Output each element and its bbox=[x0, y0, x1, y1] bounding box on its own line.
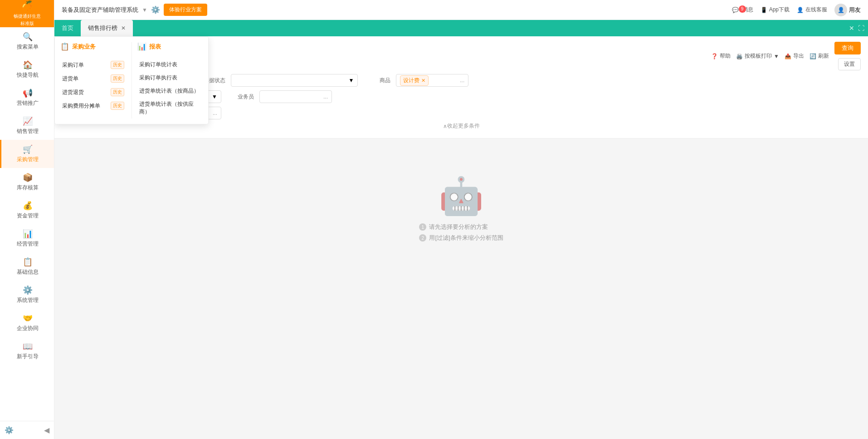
purchase-receipt-label: 进货单 bbox=[62, 75, 78, 83]
sidebar-item-system[interactable]: ⚙️ 系统管理 bbox=[0, 281, 54, 309]
topbar-right: 💬 9 消息 📱 App下载 👤 在线客服 👤 用友 bbox=[732, 4, 861, 16]
refresh-action[interactable]: 🔄 刷新 bbox=[809, 52, 829, 60]
purchase-section: 📋 采购业务 采购订单 历史 进货单 历史 进货退货 历史 bbox=[55, 42, 132, 118]
salesperson-more-icon[interactable]: ... bbox=[323, 94, 328, 100]
export-icon: 📤 bbox=[785, 53, 791, 59]
support-icon: 👤 bbox=[797, 7, 804, 13]
dropdown-item-purchase-order[interactable]: 采购订单 历史 bbox=[60, 58, 126, 72]
dropdown-item-report-receipt-by-supplier[interactable]: 进货单统计表（按供应商） bbox=[137, 98, 203, 118]
finance-nav-icon: 💰 bbox=[23, 201, 33, 211]
dropdown-item-report-receipt-by-goods[interactable]: 进货单统计表（按商品） bbox=[137, 84, 203, 98]
sidebar-item-guide[interactable]: 📖 新手引导 bbox=[0, 337, 54, 365]
sidebar-item-quick[interactable]: 🏠 快捷导航 bbox=[0, 55, 54, 84]
tab-expand-icon[interactable]: ⛶ bbox=[858, 25, 864, 32]
report-receipt-goods-label: 进货单统计表（按商品） bbox=[139, 87, 199, 95]
tab-home-label: 首页 bbox=[62, 24, 73, 32]
footer-settings-icon[interactable]: ⚙️ bbox=[5, 426, 14, 434]
user-name: 用友 bbox=[849, 6, 861, 14]
report-section: 📊 报表 采购订单统计表 采购订单执行表 进货单统计表（按商品） 进货单统计表（… bbox=[132, 42, 209, 118]
sidebar-item-marketing[interactable]: 📢 营销推广 bbox=[0, 84, 54, 112]
topbar: 装备及固定资产辅助管理系统 ▼ ⚙️ 体验行业方案 💬 9 消息 📱 App下载 bbox=[54, 0, 868, 20]
tab-sales-rank-label: 销售排行榜 bbox=[88, 24, 117, 32]
dropdown-item-report-order-exec[interactable]: 采购订单执行表 bbox=[137, 71, 203, 84]
topbar-title: 装备及固定资产辅助管理系统 bbox=[62, 6, 138, 14]
sidebar-item-purchase[interactable]: 🛒 采购管理 bbox=[0, 140, 54, 168]
goods-more-icon[interactable]: ... bbox=[460, 77, 464, 84]
sidebar-item-collab[interactable]: 🤝 企业协同 bbox=[0, 309, 54, 337]
sidebar-item-label: 新手引导 bbox=[17, 353, 39, 360]
tab-bar: 首页 销售排行榜 ✕ ✕ ⛶ bbox=[54, 20, 868, 36]
sidebar-item-label: 经营管理 bbox=[17, 240, 39, 248]
status-filter[interactable]: ▼ bbox=[231, 74, 358, 87]
empty-state: 🤖 1 请先选择要分析的方案 2 用[过滤]条件来缩小分析范围 bbox=[54, 138, 868, 278]
dropdown-item-report-order-stats[interactable]: 采购订单统计表 bbox=[137, 58, 203, 71]
collapse-label: 收起更多条件 bbox=[447, 122, 480, 130]
sidebar-item-sales[interactable]: 📈 销售管理 bbox=[0, 112, 54, 140]
tab-window-close-icon[interactable]: ✕ bbox=[849, 25, 854, 32]
topbar-left: 装备及固定资产辅助管理系统 ▼ ⚙️ 体验行业方案 bbox=[62, 4, 207, 16]
system-nav-icon: ⚙️ bbox=[23, 285, 33, 295]
dropdown-item-purchase-return[interactable]: 进货退货 历史 bbox=[60, 85, 126, 99]
topbar-support[interactable]: 👤 在线客服 bbox=[797, 6, 827, 14]
tab-area-wrapper: 首页 销售排行榜 ✕ ✕ ⛶ 📋 采购业务 bbox=[54, 20, 868, 36]
tab-home[interactable]: 首页 bbox=[54, 20, 81, 36]
sales-nav-icon: 📈 bbox=[23, 116, 33, 126]
message-badge: 9 bbox=[739, 5, 746, 13]
sidebar-logo: 🍊 畅捷通好生意 标准版 bbox=[0, 0, 54, 27]
sidebar-item-search[interactable]: 🔍 搜索菜单 bbox=[0, 27, 54, 55]
logo-subtitle: 标准版 bbox=[20, 20, 34, 27]
tip-num-1: 1 bbox=[419, 223, 426, 231]
topbar-app-download[interactable]: 📱 App下载 bbox=[761, 6, 790, 14]
sidebar-item-label: 搜索菜单 bbox=[17, 43, 39, 51]
sidebar-nav: 🔍 搜索菜单 🏠 快捷导航 📢 营销推广 📈 销售管理 🛒 采购管理 📦 bbox=[0, 27, 54, 421]
export-label: 导出 bbox=[793, 52, 804, 60]
purchase-order-label: 采购订单 bbox=[62, 61, 84, 69]
purchase-receipt-history-badge: 历史 bbox=[111, 74, 124, 83]
print-label: 按模板打印 bbox=[745, 52, 772, 60]
export-action[interactable]: 📤 导出 bbox=[785, 52, 804, 60]
tab-sales-rank[interactable]: 销售排行榜 ✕ bbox=[81, 20, 133, 36]
home-nav-icon: 🏠 bbox=[23, 60, 33, 70]
empty-tips: 1 请先选择要分析的方案 2 用[过滤]条件来缩小分析范围 bbox=[419, 223, 503, 242]
print-action[interactable]: 🖨️ 按模板打印 ▼ bbox=[736, 52, 779, 60]
topbar-dropdown-icon[interactable]: ▼ bbox=[142, 7, 147, 13]
topbar-user[interactable]: 👤 用友 bbox=[834, 4, 861, 16]
goods-tag-close[interactable]: ✕ bbox=[421, 78, 425, 84]
purchase-expense-history-badge: 历史 bbox=[111, 102, 124, 110]
industry-btn[interactable]: 体验行业方案 bbox=[164, 4, 207, 16]
goods-filter[interactable]: 设计费 ✕ ... bbox=[396, 74, 468, 87]
purchase-section-title: 📋 采购业务 bbox=[60, 42, 126, 54]
query-button[interactable]: 查询 bbox=[834, 42, 861, 54]
marketing-nav-icon: 📢 bbox=[23, 88, 33, 98]
sidebar-item-finance[interactable]: 💰 资金管理 bbox=[0, 196, 54, 224]
refresh-icon: 🔄 bbox=[809, 53, 816, 59]
purchase-expense-label: 采购费用分摊单 bbox=[62, 102, 100, 110]
collapse-chevron-icon: ∧ bbox=[443, 123, 447, 129]
sidebar-item-label: 销售管理 bbox=[17, 128, 39, 135]
footer-collapse-icon[interactable]: ◀ bbox=[44, 426, 49, 434]
sidebar-item-label: 库存核算 bbox=[17, 184, 39, 192]
sidebar-item-label: 营销推广 bbox=[17, 99, 39, 107]
customer-more-icon[interactable]: ... bbox=[213, 110, 217, 116]
message-icon: 💬 bbox=[732, 7, 739, 13]
refresh-label: 刷新 bbox=[818, 52, 829, 60]
sidebar-item-inventory[interactable]: 📦 库存核算 bbox=[0, 168, 54, 196]
dropdown-item-purchase-expense[interactable]: 采购费用分摊单 历史 bbox=[60, 99, 126, 113]
help-icon: ❓ bbox=[711, 53, 718, 59]
app-label: App下载 bbox=[769, 6, 790, 14]
app-icon: 📱 bbox=[761, 7, 767, 13]
set-button[interactable]: 设置 bbox=[838, 58, 861, 70]
basic-nav-icon: 📋 bbox=[23, 257, 33, 267]
purchase-section-icon: 📋 bbox=[60, 42, 69, 51]
sidebar-item-basic[interactable]: 📋 基础信息 bbox=[0, 252, 54, 281]
report-section-icon: 📊 bbox=[137, 42, 146, 51]
tip-text-1: 请先选择要分析的方案 bbox=[429, 223, 488, 231]
tab-close-icon[interactable]: ✕ bbox=[121, 25, 126, 31]
salesperson-filter[interactable]: ... bbox=[259, 90, 332, 103]
help-label: 帮助 bbox=[720, 52, 731, 60]
sidebar-item-operations[interactable]: 📊 经营管理 bbox=[0, 224, 54, 252]
topbar-messages[interactable]: 💬 9 消息 bbox=[732, 6, 753, 14]
topbar-gear-icon[interactable]: ⚙️ bbox=[151, 5, 160, 14]
help-action[interactable]: ❓ 帮助 bbox=[711, 52, 731, 60]
dropdown-item-purchase-receipt[interactable]: 进货单 历史 bbox=[60, 72, 126, 85]
